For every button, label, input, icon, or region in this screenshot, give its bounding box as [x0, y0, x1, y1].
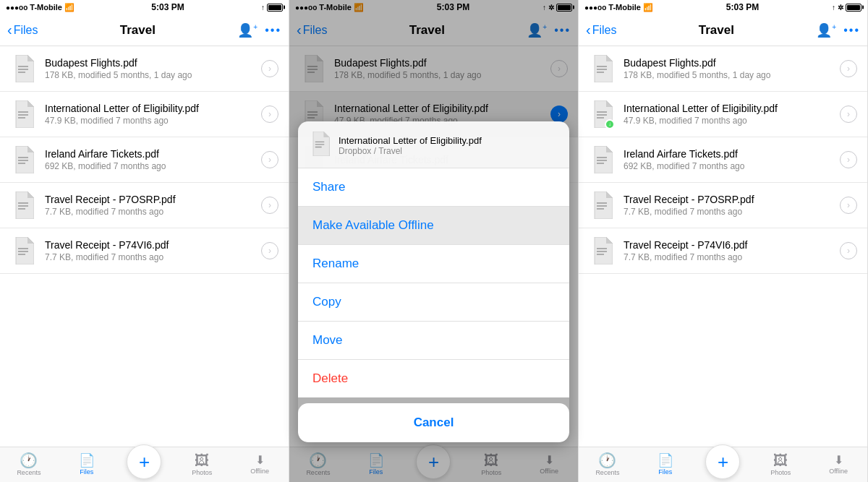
- action-sheet-path: Dropbox / Travel: [339, 146, 482, 156]
- back-button[interactable]: ‹ Files: [586, 24, 616, 37]
- signal-icon: ●●●oo: [584, 4, 606, 12]
- expand-chevron[interactable]: ›: [840, 60, 857, 77]
- recents-icon: 🕐: [20, 453, 38, 468]
- rename-option[interactable]: Rename: [298, 245, 569, 283]
- file-list-right: Budapest Flights.pdf 178 KB, modified 5 …: [579, 46, 867, 447]
- recents-icon: 🕐: [598, 453, 616, 468]
- list-item[interactable]: Budapest Flights.pdf 178 KB, modified 5 …: [0, 46, 289, 92]
- file-icon: [589, 190, 615, 220]
- file-name: International Letter of Eligibility.pdf: [45, 103, 261, 114]
- photos-icon: 🖼: [195, 453, 209, 468]
- list-item[interactable]: Ireland Airfare Tickets.pdf 692 KB, modi…: [0, 137, 289, 183]
- files-icon: 📄: [658, 454, 673, 467]
- back-button[interactable]: ‹ Files: [7, 24, 38, 37]
- file-icon: ↓: [589, 99, 615, 129]
- back-label: Files: [592, 24, 617, 37]
- wifi-icon: 📶: [643, 3, 653, 12]
- delete-option[interactable]: Delete: [298, 360, 569, 397]
- carrier-label: T-Mobile: [608, 3, 641, 12]
- nav-title: Travel: [120, 23, 156, 38]
- panel-left: ●●●oo T-Mobile 📶 5:03 PM ↑ ‹ Files Trave…: [0, 0, 289, 482]
- location-arrow-icon: ↑: [832, 4, 835, 12]
- tab-recents[interactable]: 🕐 Recents: [0, 453, 58, 476]
- copy-option[interactable]: Copy: [298, 283, 569, 322]
- file-name: International Letter of Eligibility.pdf: [624, 103, 840, 114]
- photos-icon: 🖼: [773, 453, 788, 468]
- tab-recents[interactable]: 🕐 Recents: [579, 453, 637, 476]
- file-meta: 47.9 KB, modified 7 months ago: [45, 116, 261, 126]
- action-sheet: International Letter of Eligibility.pdf …: [298, 121, 569, 442]
- file-name: Travel Receipt - P74VI6.pdf: [45, 239, 261, 251]
- expand-chevron[interactable]: ›: [261, 60, 278, 77]
- file-icon: [10, 145, 36, 175]
- tab-photos-label: Photos: [192, 469, 212, 476]
- move-option[interactable]: Move: [298, 322, 569, 360]
- nav-bar-left: ‹ Files Travel 👤+ •••: [0, 14, 289, 46]
- list-item[interactable]: Budapest Flights.pdf 178 KB, modified 5 …: [579, 46, 867, 92]
- offline-icon: ⬇: [255, 455, 265, 466]
- offline-icon: ⬇: [834, 455, 843, 466]
- tab-photos[interactable]: 🖼 Photos: [173, 453, 231, 476]
- tab-files[interactable]: 📄 Files: [58, 454, 116, 475]
- tab-offline-label: Offline: [829, 468, 848, 475]
- action-sheet-header: International Letter of Eligibility.pdf …: [298, 121, 569, 168]
- expand-chevron[interactable]: ›: [840, 151, 857, 168]
- tab-add[interactable]: +: [116, 444, 174, 482]
- expand-chevron[interactable]: ›: [261, 106, 278, 123]
- add-person-icon[interactable]: 👤+: [237, 22, 258, 38]
- file-icon: [10, 190, 36, 220]
- battery-icon: [846, 4, 861, 12]
- expand-chevron[interactable]: ›: [840, 106, 857, 123]
- file-icon: [589, 53, 615, 84]
- status-bar-left: ●●●oo T-Mobile 📶 5:03 PM ↑: [0, 0, 289, 14]
- list-item[interactable]: Travel Receipt - P7OSRP.pdf 7.7 KB, modi…: [579, 183, 867, 228]
- tab-files-label: Files: [658, 468, 672, 475]
- file-name: Budapest Flights.pdf: [45, 57, 261, 69]
- action-sheet-file-icon: [310, 132, 330, 159]
- list-item[interactable]: ↓ International Letter of Eligibility.pd…: [579, 92, 867, 137]
- share-option[interactable]: Share: [298, 168, 569, 207]
- offline-badge-icon: ↓: [608, 121, 611, 127]
- cancel-button[interactable]: Cancel: [298, 403, 569, 442]
- tab-files[interactable]: 📄 Files: [637, 454, 694, 475]
- expand-chevron[interactable]: ›: [840, 197, 857, 214]
- list-item[interactable]: Travel Receipt - P7OSRP.pdf 7.7 KB, modi…: [0, 183, 289, 228]
- expand-chevron[interactable]: ›: [261, 151, 278, 168]
- action-sheet-cancel-section: Cancel: [298, 403, 569, 442]
- file-name: Ireland Airfare Tickets.pdf: [624, 148, 840, 160]
- expand-chevron[interactable]: ›: [261, 242, 278, 259]
- file-icon: [589, 236, 615, 266]
- status-bar-right: ●●●oo T-Mobile 📶 5:03 PM ↑ ✲: [579, 0, 867, 14]
- make-available-offline-option[interactable]: Make Available Offline: [298, 207, 569, 245]
- add-person-icon[interactable]: 👤+: [816, 22, 836, 38]
- file-name: Travel Receipt - P7OSRP.pdf: [624, 194, 840, 205]
- tab-recents-label: Recents: [595, 469, 619, 476]
- file-meta: 178 KB, modified 5 months, 1 day ago: [624, 70, 840, 80]
- tab-photos[interactable]: 🖼 Photos: [752, 453, 809, 476]
- expand-chevron[interactable]: ›: [261, 197, 278, 214]
- file-name: Ireland Airfare Tickets.pdf: [45, 148, 261, 160]
- list-item[interactable]: Ireland Airfare Tickets.pdf 692 KB, modi…: [579, 137, 867, 183]
- battery-icon: [267, 4, 283, 12]
- file-meta: 692 KB, modified 7 months ago: [624, 161, 840, 171]
- list-item[interactable]: International Letter of Eligibility.pdf …: [0, 92, 289, 137]
- list-item[interactable]: Travel Receipt - P74VI6.pdf 7.7 KB, modi…: [579, 228, 867, 274]
- more-options-icon[interactable]: •••: [265, 24, 281, 37]
- more-options-icon[interactable]: •••: [843, 24, 860, 37]
- list-item[interactable]: Travel Receipt - P74VI6.pdf 7.7 KB, modi…: [0, 228, 289, 274]
- tab-offline[interactable]: ⬇ Offline: [809, 455, 867, 475]
- file-list-left: Budapest Flights.pdf 178 KB, modified 5 …: [0, 46, 289, 447]
- file-meta: 692 KB, modified 7 months ago: [45, 161, 261, 171]
- file-meta: 7.7 KB, modified 7 months ago: [45, 207, 261, 217]
- nav-bar-right: ‹ Files Travel 👤+ •••: [579, 14, 867, 46]
- offline-badge: ↓: [605, 119, 615, 129]
- tab-offline[interactable]: ⬇ Offline: [231, 455, 289, 475]
- add-button[interactable]: +: [127, 444, 161, 479]
- chevron-left-icon: ‹: [586, 22, 591, 37]
- expand-chevron[interactable]: ›: [840, 242, 857, 259]
- add-button[interactable]: +: [705, 444, 740, 479]
- tab-files-label: Files: [80, 468, 93, 475]
- nav-title: Travel: [699, 23, 734, 38]
- tab-add[interactable]: +: [694, 444, 752, 482]
- file-icon: [10, 53, 36, 84]
